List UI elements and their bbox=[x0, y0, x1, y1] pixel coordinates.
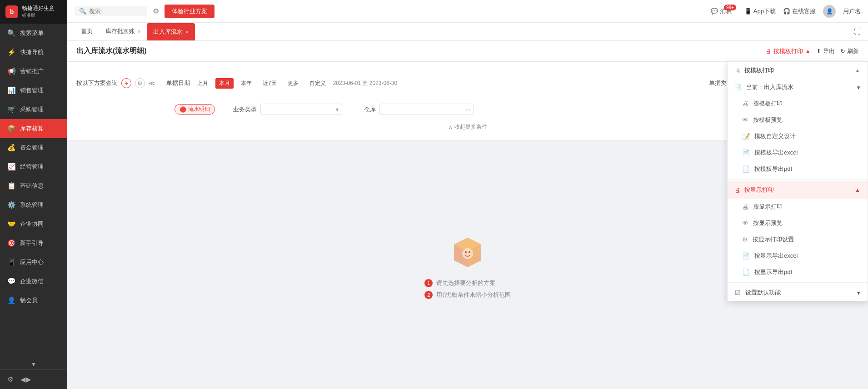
refresh-icon: ↻ bbox=[840, 48, 845, 55]
dropdown-item-template-print[interactable]: 🖨 按模板打印 bbox=[728, 95, 868, 112]
date-btn-this-year[interactable]: 本年 bbox=[237, 78, 255, 89]
filter-tag-icon: 🔴 bbox=[180, 106, 186, 113]
sidebar-nav: 🔍 搜索菜单 ⚡ 快捷导航 📢 营销推广 📊 销售管理 🛒 采购管理 📦 库存核… bbox=[0, 24, 67, 359]
trial-btn[interactable]: 体验行业方案 bbox=[165, 5, 215, 18]
dropdown-item-display-preview-label: 按显示预览 bbox=[753, 219, 783, 227]
sidebar-item-label: 快捷导航 bbox=[20, 48, 44, 56]
dropdown-default-icon: ☑ bbox=[735, 289, 741, 296]
sidebar-item-operation[interactable]: 📈 经营管理 bbox=[0, 157, 67, 176]
dropdown-item-display-pdf[interactable]: 📄 按显示导出pdf bbox=[728, 264, 868, 280]
sidebar-item-label: 系统管理 bbox=[20, 201, 44, 209]
topbar-search-icon: 🔍 bbox=[79, 8, 86, 15]
dropdown-item-label: 按模板打印 bbox=[753, 100, 783, 108]
printer-icon: 🖨 bbox=[766, 48, 772, 55]
topbar-search-input[interactable] bbox=[89, 8, 135, 15]
date-btn-last-month[interactable]: 上月 bbox=[194, 78, 212, 89]
dropdown-header-display[interactable]: 🖨 按显示打印 ▲ bbox=[728, 181, 868, 199]
tab-batch-label: 库存批次账 bbox=[105, 27, 135, 35]
tabs-actions: ─ ⛶ bbox=[845, 28, 861, 35]
finance-icon: 💰 bbox=[7, 144, 15, 152]
sidebar-item-purchase[interactable]: 🛒 采购管理 bbox=[0, 100, 67, 119]
sidebar-item-finance[interactable]: 💰 资金管理 bbox=[0, 138, 67, 157]
phone-icon: 📱 bbox=[744, 8, 752, 15]
inventory-icon: 📦 bbox=[7, 125, 15, 133]
dropdown-item-display-settings-label: 按显示打印设置 bbox=[753, 235, 794, 244]
dropdown-default-label: 设置默认功能 bbox=[745, 289, 781, 297]
export-label: 导出 bbox=[823, 47, 835, 55]
dropdown-item-template-customize[interactable]: 📝 模板自定义设计 bbox=[728, 128, 868, 145]
refresh-label: 刷新 bbox=[847, 47, 859, 55]
message-btn[interactable]: 💬 消息 99+ bbox=[711, 7, 732, 15]
collapse-btn[interactable]: ∧ 收起更多条件 bbox=[449, 123, 487, 131]
sidebar-item-system[interactable]: ⚙️ 系统管理 bbox=[0, 195, 67, 214]
dropdown-current-label: 当前：出入库流水 bbox=[746, 83, 793, 91]
sidebar-item-appstore[interactable]: 📱 应用中心 bbox=[0, 253, 67, 272]
sidebar-item-cooperation[interactable]: 🤝 企业协同 bbox=[0, 214, 67, 234]
sidebar-item-wechat[interactable]: 💬 企业微信 bbox=[0, 272, 67, 291]
export-btn[interactable]: ⬆ 导出 bbox=[816, 47, 835, 55]
refresh-btn[interactable]: ↻ 刷新 bbox=[840, 47, 859, 55]
filter-add-btn[interactable]: + bbox=[121, 78, 131, 88]
tab-batch-close[interactable]: × bbox=[138, 29, 140, 34]
dropdown-current[interactable]: 📄 当前：出入库流水 ▾ bbox=[728, 79, 868, 95]
sidebar-toggle-icon[interactable]: ◀▶ bbox=[20, 375, 31, 384]
sidebar-item-label: 采购管理 bbox=[20, 105, 44, 114]
tab-batch[interactable]: 库存批次账 × bbox=[99, 23, 147, 41]
dropdown-item-display-settings[interactable]: ⚙ 按显示打印设置 bbox=[728, 231, 868, 248]
user-avatar[interactable]: 👤 bbox=[823, 5, 836, 18]
tab-home[interactable]: 首页 bbox=[75, 23, 99, 41]
dropdown-item-display-preview[interactable]: 👁 按显示预览 bbox=[728, 215, 868, 231]
date-range: 2023-06-01 至 2023-06-30 bbox=[333, 80, 397, 87]
logo-icon: b bbox=[5, 5, 18, 18]
sidebar-item-member[interactable]: 👤 畅会员 bbox=[0, 291, 67, 310]
dropdown-header-template[interactable]: 🖨 按模板打印 ▲ bbox=[728, 62, 868, 79]
online-service-btn[interactable]: 🎧 在线客服 bbox=[783, 7, 816, 15]
sidebar-item-marketing[interactable]: 📢 营销推广 bbox=[0, 62, 67, 81]
business-type-select[interactable] bbox=[260, 104, 342, 115]
tab-minimize-btn[interactable]: ─ bbox=[845, 28, 850, 35]
dropdown-item-display-print[interactable]: 🖨 按显示打印 bbox=[728, 199, 868, 215]
sidebar-item-label: 经营管理 bbox=[20, 163, 44, 171]
dropdown-item-template-excel[interactable]: 📄 按模板导出excel bbox=[728, 145, 868, 161]
dropdown-item-template-preview[interactable]: 👁 按模板预览 bbox=[728, 112, 868, 128]
sidebar-item-basic[interactable]: 📋 基础信息 bbox=[0, 176, 67, 195]
topbar-gear-icon[interactable]: ⚙ bbox=[153, 7, 159, 15]
warehouse-label: 仓库 bbox=[364, 105, 376, 114]
sidebar-item-inventory[interactable]: 📦 库存核算 bbox=[0, 119, 67, 138]
date-btn-more[interactable]: 更多 bbox=[284, 78, 302, 89]
dropdown-panel: 🖨 按模板打印 ▲ 📄 当前：出入库流水 ▾ 🖨 按模板打印 👁 按模板预览 bbox=[727, 61, 868, 301]
dropdown-item-template-pdf[interactable]: 📄 按模板导出pdf bbox=[728, 161, 868, 177]
tab-flow-close[interactable]: × bbox=[185, 29, 188, 35]
dropdown-item-display-excel-icon: 📄 bbox=[742, 252, 750, 259]
settings-icon[interactable]: ⚙ bbox=[7, 375, 13, 384]
dropdown-item-customize-label: 模板自定义设计 bbox=[754, 132, 796, 140]
sidebar-item-guide[interactable]: 🎯 新手引导 bbox=[0, 234, 67, 253]
dropdown-current-icon: 📄 bbox=[735, 84, 742, 90]
dropdown-default-chevron: ▾ bbox=[857, 289, 860, 296]
topbar-search-box[interactable]: 🔍 bbox=[75, 6, 147, 16]
sidebar-item-search[interactable]: 🔍 搜索菜单 bbox=[0, 24, 67, 43]
dropdown-item-display-settings-icon: ⚙ bbox=[742, 236, 748, 243]
sidebar-item-label: 企业微信 bbox=[20, 277, 44, 285]
filter-collapse-icon[interactable]: ≪ bbox=[149, 80, 155, 87]
sidebar-item-label: 新手引导 bbox=[20, 239, 44, 247]
template-print-btn[interactable]: 🖨 按模板打印 ▲ bbox=[766, 47, 811, 55]
chevron-up-icon: ∧ bbox=[449, 124, 453, 130]
message-icon: 💬 bbox=[711, 8, 718, 15]
filter-settings-btn[interactable]: ⚙ bbox=[135, 78, 145, 88]
dropdown-item-display-excel[interactable]: 📄 按显示导出excel bbox=[728, 248, 868, 264]
step-2-text: 用[过滤]条件来缩小分析范围 bbox=[436, 291, 510, 299]
dropdown-set-default[interactable]: ☑ 设置默认功能 ▾ bbox=[728, 284, 868, 301]
tab-flow-label: 出入库流水 bbox=[153, 28, 183, 36]
warehouse-input[interactable] bbox=[379, 104, 474, 115]
date-btn-last7[interactable]: 近7天 bbox=[259, 78, 280, 89]
app-version: 标准版 bbox=[22, 12, 55, 19]
date-btn-this-month[interactable]: 本月 bbox=[215, 78, 234, 89]
tab-maximize-btn[interactable]: ⛶ bbox=[854, 28, 861, 35]
app-download-btn[interactable]: 📱 App下载 bbox=[744, 7, 776, 15]
svg-point-3 bbox=[462, 248, 473, 259]
date-btn-custom[interactable]: 自定义 bbox=[306, 78, 329, 89]
sidebar-item-sales[interactable]: 📊 销售管理 bbox=[0, 81, 67, 100]
sidebar-item-quick-nav[interactable]: ⚡ 快捷导航 bbox=[0, 43, 67, 62]
tab-flow[interactable]: 出入库流水 × bbox=[147, 23, 195, 40]
